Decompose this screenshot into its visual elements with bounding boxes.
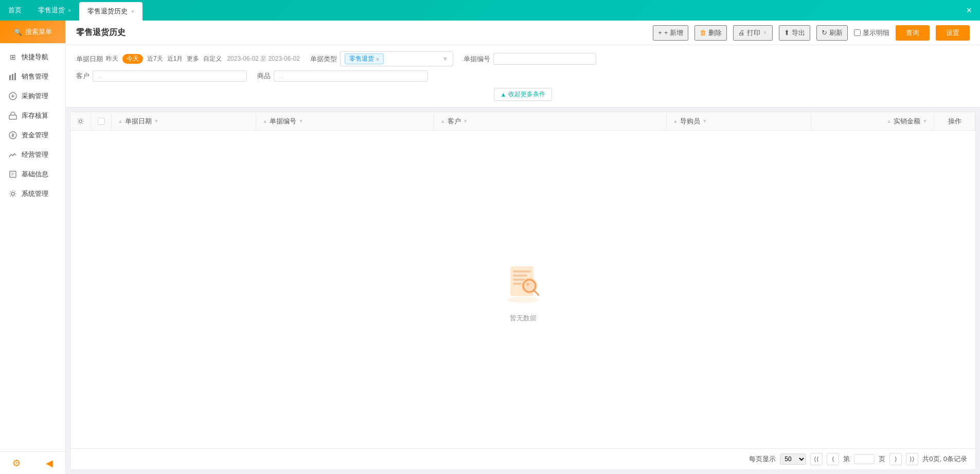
date-opt-today[interactable]: 今天 bbox=[122, 54, 143, 64]
th-settings[interactable] bbox=[70, 113, 91, 130]
date-opt-yesterday[interactable]: 昨天 bbox=[106, 54, 118, 63]
svg-rect-1 bbox=[12, 74, 13, 80]
top-bar: 首页 零售退货 × 零售退货历史 × × bbox=[0, 0, 980, 21]
th-number-label: 单据编号 bbox=[270, 117, 296, 126]
voucher-number-input[interactable] bbox=[493, 53, 596, 65]
th-guide[interactable]: ▲ 导购员 ▼ bbox=[667, 113, 811, 130]
date-options: 昨天 今天 近7天 近1月 更多 自定义 bbox=[106, 54, 222, 64]
voucher-type-tag-remove[interactable]: × bbox=[376, 56, 379, 62]
pagination: 每页显示 10 20 50 100 ⟨⟨ ⟨ 第 1 页 ⟩ ⟩⟩ 共0页, 0… bbox=[70, 448, 975, 469]
new-label: + 新增 bbox=[664, 28, 683, 38]
quick-nav-icon: ⊞ bbox=[8, 52, 17, 62]
refresh-label: 刷新 bbox=[829, 28, 843, 38]
first-page-button[interactable]: ⟨⟨ bbox=[810, 453, 823, 465]
sidebar-item-base-info[interactable]: 基础信息 bbox=[0, 165, 65, 184]
sidebar-item-quick-nav-label: 快捷导航 bbox=[22, 52, 48, 62]
th-amount-label: 实销金额 bbox=[894, 117, 920, 126]
page-number-input[interactable]: 1 bbox=[854, 454, 875, 464]
date-opt-custom[interactable]: 自定义 bbox=[203, 54, 222, 63]
sidebar-item-finance[interactable]: 资金管理 bbox=[0, 125, 65, 145]
goods-placeholder: ... bbox=[278, 72, 283, 80]
next-page-button[interactable]: ⟩ bbox=[889, 453, 902, 465]
sidebar-item-purchase[interactable]: 采购管理 bbox=[0, 86, 65, 106]
customer-select[interactable]: ... bbox=[93, 70, 247, 82]
collapse-button[interactable]: ▲ 收起更多条件 bbox=[494, 88, 553, 101]
sidebar-item-finance-label: 资金管理 bbox=[22, 131, 48, 140]
page-size-label: 每页显示 bbox=[749, 454, 776, 464]
sidebar-item-operations[interactable]: 经营管理 bbox=[0, 145, 65, 165]
page-size-select[interactable]: 10 20 50 100 bbox=[780, 453, 806, 465]
svg-point-8 bbox=[79, 120, 82, 123]
tab-home[interactable]: 首页 bbox=[0, 0, 30, 21]
refresh-button[interactable]: ↻ 刷新 bbox=[816, 25, 848, 41]
filter-area: 单据日期 昨天 今天 近7天 近1月 更多 自定义 2023-06-02 至 2… bbox=[66, 45, 980, 107]
search-icon: 🔍 bbox=[14, 28, 22, 36]
filter-date-group: 单据日期 昨天 今天 近7天 近1月 更多 自定义 2023-06-02 至 2… bbox=[76, 54, 300, 64]
svg-point-9 bbox=[508, 297, 539, 303]
print-dropdown-icon: ▼ bbox=[762, 30, 768, 35]
th-number-sort-desc: ▼ bbox=[298, 118, 304, 124]
sidebar-item-system[interactable]: 系统管理 bbox=[0, 184, 65, 204]
th-amount-sort-asc: ▲ bbox=[886, 118, 892, 124]
filter-voucher-type-group: 单据类型 零售退货 × ▼ bbox=[310, 51, 453, 66]
th-number-sort-asc: ▲ bbox=[262, 118, 268, 124]
th-amount[interactable]: ▲ 实销金额 ▼ bbox=[811, 113, 934, 130]
page-unit-label: 页 bbox=[879, 454, 885, 464]
date-opt-1month[interactable]: 近1月 bbox=[167, 54, 183, 63]
settings-button[interactable]: 设置 bbox=[936, 25, 970, 41]
sidebar-item-quick-nav[interactable]: ⊞ 快捷导航 bbox=[0, 47, 65, 67]
delete-label: 删除 bbox=[708, 28, 722, 38]
sidebar-settings-icon[interactable]: ⚙ bbox=[12, 458, 21, 469]
tab-retail-return[interactable]: 零售退货 × bbox=[30, 0, 79, 21]
th-customer[interactable]: ▲ 客户 ▼ bbox=[434, 113, 667, 130]
content-area: 零售退货历史 + + 新增 🗑 删除 🖨 打印 ▼ ⬆ 导出 bbox=[66, 21, 980, 474]
header-actions: + + 新增 🗑 删除 🖨 打印 ▼ ⬆ 导出 ↻ bbox=[653, 25, 970, 41]
collapse-section: ▲ 收起更多条件 bbox=[76, 86, 970, 101]
sidebar-items: ⊞ 快捷导航 销售管理 采购管理 库存核算 bbox=[0, 43, 65, 451]
show-detail-checkbox-group: 显示明细 bbox=[854, 28, 889, 38]
goods-select[interactable]: ... bbox=[274, 70, 428, 82]
th-number[interactable]: ▲ 单据编号 ▼ bbox=[256, 113, 434, 130]
th-customer-label: 客户 bbox=[448, 117, 461, 126]
delete-button[interactable]: 🗑 删除 bbox=[694, 25, 727, 41]
th-guide-sort-asc: ▲ bbox=[673, 118, 678, 124]
export-button[interactable]: ⬆ 导出 bbox=[779, 25, 810, 41]
tab-list: 首页 零售退货 × 零售退货历史 × bbox=[0, 0, 958, 21]
header-checkbox[interactable] bbox=[98, 118, 105, 125]
window-close-button[interactable]: × bbox=[958, 5, 980, 16]
svg-point-7 bbox=[11, 192, 14, 195]
system-icon bbox=[8, 189, 17, 198]
voucher-type-select[interactable]: 零售退货 × ▼ bbox=[340, 51, 453, 66]
finance-icon bbox=[8, 131, 17, 140]
print-button[interactable]: 🖨 打印 ▼ bbox=[733, 25, 773, 41]
tab-retail-return-history-close[interactable]: × bbox=[131, 8, 134, 14]
th-date-sort-desc: ▼ bbox=[154, 118, 159, 124]
th-actions-label: 操作 bbox=[948, 117, 961, 126]
tab-retail-return-history[interactable]: 零售退货历史 × bbox=[79, 2, 142, 21]
show-detail-checkbox[interactable] bbox=[854, 29, 861, 36]
operations-icon bbox=[8, 150, 17, 159]
empty-text: 暂无数据 bbox=[510, 314, 537, 323]
svg-rect-12 bbox=[513, 275, 527, 277]
th-date[interactable]: ▲ 单据日期 ▼ bbox=[112, 113, 256, 130]
query-button[interactable]: 查询 bbox=[896, 25, 930, 41]
sidebar-search-button[interactable]: 🔍 搜索菜单 bbox=[0, 21, 65, 43]
prev-page-button[interactable]: ⟨ bbox=[827, 453, 839, 465]
sidebar-item-inventory[interactable]: 库存核算 bbox=[0, 106, 65, 125]
export-label: 导出 bbox=[792, 28, 805, 38]
sidebar-item-base-info-label: 基础信息 bbox=[22, 170, 48, 179]
filter-customer-group: 客户 ... bbox=[76, 70, 247, 82]
tab-retail-return-close[interactable]: × bbox=[68, 7, 71, 13]
new-button[interactable]: + + 新增 bbox=[653, 25, 688, 41]
sidebar-bottom: ⚙ ◀ bbox=[0, 451, 65, 474]
sidebar-item-sales[interactable]: 销售管理 bbox=[0, 67, 65, 86]
th-amount-sort-desc: ▼ bbox=[922, 118, 928, 124]
date-opt-more[interactable]: 更多 bbox=[187, 54, 199, 63]
th-check[interactable] bbox=[91, 114, 112, 129]
voucher-type-tag: 零售退货 × bbox=[345, 53, 384, 64]
th-guide-label: 导购员 bbox=[680, 117, 700, 126]
date-opt-7days[interactable]: 近7天 bbox=[147, 54, 163, 63]
last-page-button[interactable]: ⟩⟩ bbox=[906, 453, 918, 465]
sidebar-collapse-icon[interactable]: ◀ bbox=[46, 458, 53, 469]
page-header: 零售退货历史 + + 新增 🗑 删除 🖨 打印 ▼ ⬆ 导出 bbox=[66, 21, 980, 45]
